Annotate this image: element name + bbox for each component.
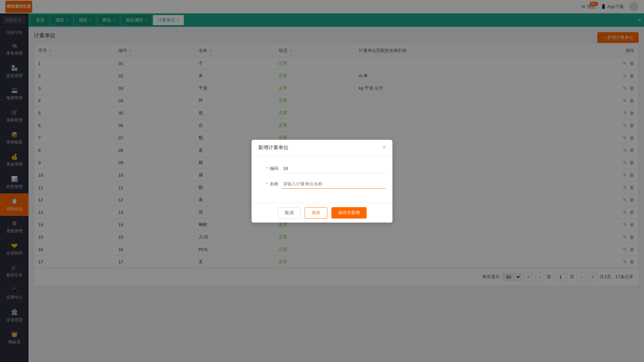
add-measure-unit-modal: 新增计量单位 × * 编码 * 名称 取消 保存 保存并新增 <box>252 140 392 223</box>
name-required-mark: * <box>266 181 268 186</box>
code-input[interactable] <box>282 164 386 173</box>
name-label-text: 名称 <box>270 181 278 186</box>
save-and-new-button[interactable]: 保存并新增 <box>331 207 367 219</box>
name-label: * 名称 <box>258 181 278 187</box>
form-row-name: * 名称 <box>258 179 386 189</box>
form-row-code: * 编码 <box>258 164 386 173</box>
modal-footer: 取消 保存 保存并新增 <box>252 203 392 223</box>
modal-title: 新增计量单位 <box>258 144 288 151</box>
name-input[interactable] <box>282 179 386 189</box>
modal-header: 新增计量单位 × <box>252 140 392 156</box>
modal-close-btn[interactable]: × <box>383 144 386 150</box>
cancel-button[interactable]: 取消 <box>278 207 301 219</box>
code-required-mark: * <box>266 166 268 171</box>
save-button[interactable]: 保存 <box>305 207 327 219</box>
modal-overlay[interactable]: 新增计量单位 × * 编码 * 名称 取消 保存 保存并新增 <box>0 0 644 362</box>
code-label-text: 编码 <box>270 166 278 171</box>
code-label: * 编码 <box>258 166 278 172</box>
modal-body: * 编码 * 名称 <box>252 156 392 203</box>
